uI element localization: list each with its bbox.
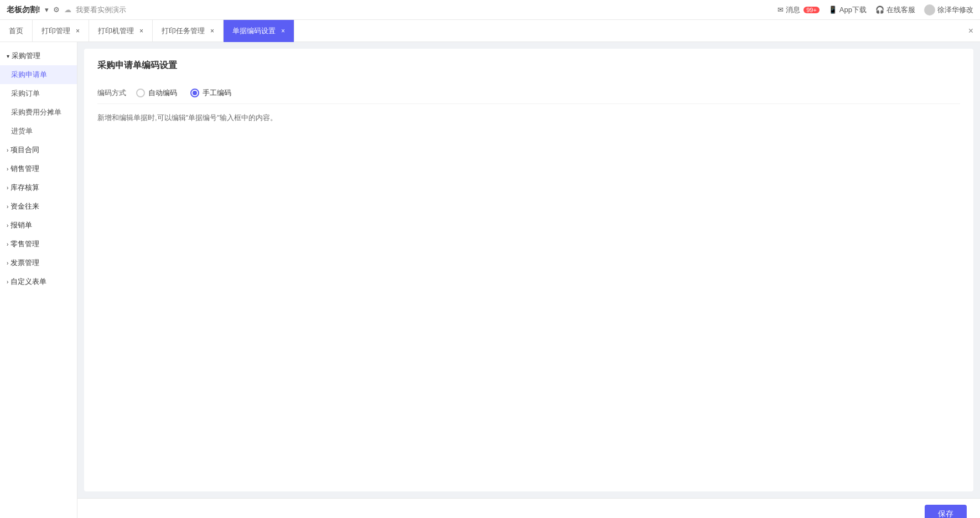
- tab-voucher-code-label: 单据编码设置: [232, 26, 276, 36]
- sidebar-group-sales[interactable]: › 销售管理: [0, 159, 77, 178]
- sales-collapse-icon: ›: [7, 166, 8, 172]
- sidebar-group-project[interactable]: › 项目合同: [0, 141, 77, 159]
- sidebar-group-custom-form-label: 自定义表单: [11, 277, 46, 287]
- tab-print-task-label: 打印任务管理: [162, 26, 205, 36]
- content-area: 采购申请单编码设置 编码方式 自动编码 手工编码: [77, 42, 980, 518]
- tab-bar: 首页 打印管理 × 打印机管理 × 打印任务管理 × 单据编码设置 × ×: [0, 20, 980, 42]
- radio-group: 自动编码 手工编码: [136, 88, 231, 98]
- tab-printer-mgmt-label: 打印机管理: [98, 26, 134, 36]
- sidebar-item-purchase-expense-label: 采购费用分摊单: [11, 108, 61, 116]
- sidebar-item-purchase-order[interactable]: 采购订单: [0, 84, 77, 103]
- hint-text: 新增和编辑单据时,可以编辑"单据编号"输入框中的内容。: [97, 113, 960, 123]
- page-title: 采购申请单编码设置: [97, 60, 960, 71]
- close-all-tabs-btn[interactable]: ×: [962, 26, 980, 36]
- sidebar: ▾ 采购管理 采购申请单 采购订单 采购费用分摊单 进货单 › 项目合同 › 销…: [0, 42, 77, 518]
- sidebar-group-purchase[interactable]: ▾ 采购管理: [0, 46, 77, 65]
- settings-icon[interactable]: ⚙: [53, 6, 60, 14]
- invoice-collapse-icon: ›: [7, 260, 8, 266]
- message-icon: ✉: [777, 6, 784, 14]
- top-bar-right: ✉ 消息 99+ 📱 App下载 🎧 在线客服 徐泽华修改: [777, 4, 973, 15]
- sidebar-item-purchase-request[interactable]: 采购申请单: [0, 65, 77, 84]
- capital-collapse-icon: ›: [7, 204, 8, 210]
- sidebar-group-inventory-label: 库存核算: [11, 183, 39, 193]
- purchase-collapse-icon: ▾: [7, 53, 9, 59]
- encoding-row: 编码方式 自动编码 手工编码: [97, 82, 960, 104]
- tab-print-task[interactable]: 打印任务管理 ×: [153, 20, 224, 42]
- top-bar: 老板勿割! ▾ ⚙ ☁ 我要看实例演示 ✉ 消息 99+ 📱 App下载 🎧 在…: [0, 0, 980, 20]
- sidebar-group-project-label: 项目合同: [11, 145, 39, 155]
- footer-bar: 保存: [77, 498, 980, 518]
- headset-icon: 🎧: [875, 6, 884, 14]
- sidebar-group-purchase-label: 采购管理: [12, 51, 40, 61]
- project-collapse-icon: ›: [7, 147, 8, 153]
- sidebar-item-purchase-request-label: 采购申请单: [11, 70, 47, 79]
- online-service-btn[interactable]: 🎧 在线客服: [875, 5, 915, 15]
- tab-voucher-code-close[interactable]: ×: [281, 27, 285, 35]
- tab-voucher-code[interactable]: 单据编码设置 ×: [224, 20, 294, 42]
- radio-manual-circle: [190, 89, 199, 97]
- sidebar-item-stock-in-label: 进货单: [11, 127, 33, 135]
- online-service-label: 在线客服: [886, 5, 915, 15]
- returns-collapse-icon: ›: [7, 222, 8, 229]
- user-label: 徐泽华修改: [937, 5, 973, 15]
- tab-print-mgmt-label: 打印管理: [42, 26, 70, 36]
- main-layout: ▾ 采购管理 采购申请单 采购订单 采购费用分摊单 进货单 › 项目合同 › 销…: [0, 42, 980, 518]
- radio-auto[interactable]: 自动编码: [136, 88, 177, 98]
- top-bar-left: 老板勿割! ▾ ⚙ ☁ 我要看实例演示: [7, 5, 126, 15]
- tab-home-label: 首页: [9, 26, 23, 36]
- logo-text: 老板勿割!: [7, 5, 40, 15]
- message-btn[interactable]: ✉ 消息 99+: [777, 5, 820, 15]
- sidebar-group-returns-label: 报销单: [11, 220, 32, 230]
- radio-manual[interactable]: 手工编码: [190, 88, 231, 98]
- tab-printer-mgmt-close[interactable]: ×: [139, 27, 143, 35]
- sidebar-group-sales-label: 销售管理: [11, 164, 39, 174]
- sidebar-group-capital-label: 资金往来: [11, 201, 39, 211]
- tab-print-mgmt[interactable]: 打印管理 ×: [33, 20, 89, 42]
- message-badge: 99+: [803, 7, 820, 13]
- encoding-label: 编码方式: [97, 88, 136, 98]
- sidebar-item-stock-in[interactable]: 进货单: [0, 122, 77, 141]
- sidebar-group-retail-label: 零售管理: [11, 239, 39, 249]
- tab-printer-mgmt[interactable]: 打印机管理 ×: [89, 20, 153, 42]
- inventory-collapse-icon: ›: [7, 185, 8, 191]
- dropdown-icon[interactable]: ▾: [45, 6, 49, 14]
- sidebar-group-invoice[interactable]: › 发票管理: [0, 253, 77, 272]
- custom-form-collapse-icon: ›: [7, 279, 8, 285]
- content-inner: 采购申请单编码设置 编码方式 自动编码 手工编码: [84, 49, 973, 491]
- sidebar-group-returns[interactable]: › 报销单: [0, 216, 77, 235]
- user-avatar-btn[interactable]: 徐泽华修改: [924, 4, 973, 15]
- sidebar-group-retail[interactable]: › 零售管理: [0, 235, 77, 253]
- sidebar-item-purchase-expense[interactable]: 采购费用分摊单: [0, 103, 77, 122]
- sidebar-group-invoice-label: 发票管理: [11, 258, 39, 268]
- radio-auto-circle: [136, 89, 145, 97]
- message-label: 消息: [786, 5, 800, 15]
- tab-print-mgmt-close[interactable]: ×: [76, 27, 80, 35]
- tab-home[interactable]: 首页: [0, 20, 33, 42]
- sidebar-group-custom-form[interactable]: › 自定义表单: [0, 272, 77, 291]
- tab-print-task-close[interactable]: ×: [210, 27, 214, 35]
- save-button[interactable]: 保存: [925, 505, 967, 519]
- phone-icon: 📱: [828, 6, 837, 14]
- avatar: [924, 4, 935, 15]
- sidebar-group-inventory[interactable]: › 库存核算: [0, 178, 77, 197]
- radio-auto-label: 自动编码: [148, 88, 177, 98]
- cloud-icon: ☁: [64, 6, 71, 14]
- retail-collapse-icon: ›: [7, 241, 8, 247]
- radio-manual-label: 手工编码: [203, 88, 231, 98]
- search-text[interactable]: 我要看实例演示: [76, 5, 126, 15]
- app-download-btn[interactable]: 📱 App下载: [828, 5, 867, 15]
- app-download-label: App下载: [839, 5, 867, 15]
- sidebar-group-capital[interactable]: › 资金往来: [0, 197, 77, 216]
- sidebar-item-purchase-order-label: 采购订单: [11, 89, 40, 97]
